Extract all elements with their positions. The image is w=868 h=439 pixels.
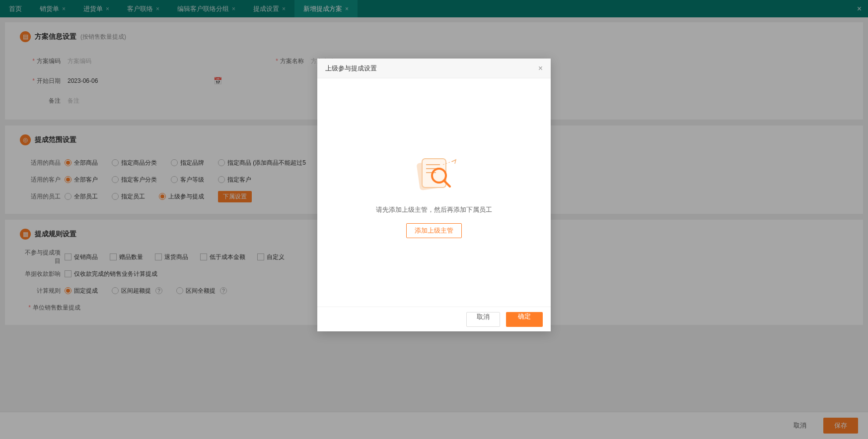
modal-footer: 取消 确定 [317, 307, 551, 331]
modal-header: 上级参与提成设置 × [317, 59, 551, 78]
modal-ok-button[interactable]: 确定 [506, 312, 543, 327]
add-supervisor-button[interactable]: 添加上级主管 [406, 223, 462, 238]
modal-cancel-button[interactable]: 取消 [466, 312, 500, 327]
superior-commission-modal: 上级参与提成设置 × 请先添加上级主管，然后再添加下属员工 添加上级主管 取消 … [317, 59, 551, 331]
modal-title: 上级参与提成设置 [325, 64, 377, 73]
close-icon[interactable]: × [538, 64, 543, 73]
modal-empty-message: 请先添加上级主管，然后再添加下属员工 [376, 205, 492, 214]
empty-state-illustration [404, 147, 464, 196]
